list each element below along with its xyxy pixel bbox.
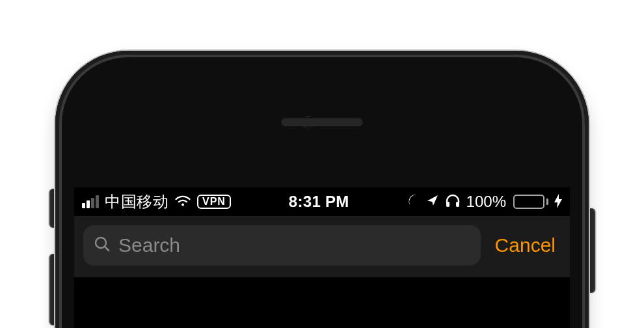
search-bar-row: Cancel — [74, 216, 570, 277]
svg-line-3 — [105, 247, 109, 251]
results-area — [74, 277, 570, 328]
svg-rect-0 — [446, 202, 449, 207]
vpn-badge: VPN — [197, 195, 231, 209]
search-field[interactable] — [83, 225, 481, 266]
screen: 中国移动 VPN 8:31 PM — [74, 187, 570, 328]
search-input[interactable] — [118, 234, 470, 256]
wifi-icon — [174, 194, 191, 210]
battery-percent: 100% — [466, 194, 506, 210]
do-not-disturb-icon — [407, 194, 420, 210]
carrier-label: 中国移动 — [105, 194, 168, 210]
svg-rect-1 — [456, 202, 459, 207]
status-bar: 中国移动 VPN 8:31 PM — [74, 187, 570, 216]
charging-icon — [554, 194, 562, 210]
earpiece-speaker — [281, 117, 363, 126]
headphones-icon — [445, 193, 461, 210]
search-icon — [94, 236, 111, 255]
battery-icon — [513, 195, 548, 209]
cellular-signal-icon — [82, 195, 99, 208]
phone-body: 中国移动 VPN 8:31 PM — [55, 51, 589, 328]
clock: 8:31 PM — [231, 194, 407, 210]
cancel-button[interactable]: Cancel — [492, 234, 558, 256]
location-icon — [426, 194, 439, 210]
